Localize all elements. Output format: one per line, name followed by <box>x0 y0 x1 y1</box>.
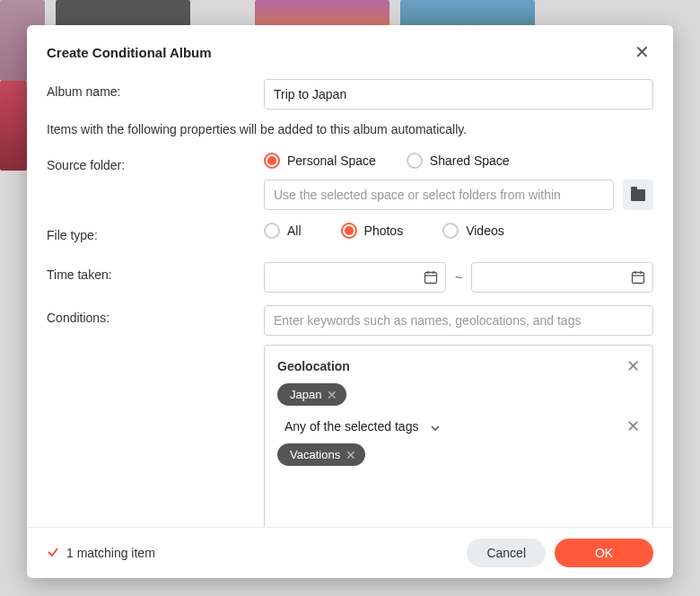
browse-folder-button[interactable] <box>623 180 653 210</box>
chevron-down-icon <box>431 419 440 434</box>
dialog-body: Album name: Items with the following pro… <box>27 63 673 527</box>
conditions-box: Geolocation ✕ Japan ✕ <box>264 345 653 527</box>
shared-space-radio[interactable]: Shared Space <box>407 153 510 169</box>
radio-selected-icon <box>264 153 280 169</box>
source-folder-input[interactable] <box>264 180 614 210</box>
file-type-label: File type: <box>47 223 264 242</box>
shared-space-label: Shared Space <box>430 153 510 168</box>
file-type-photos-radio[interactable]: Photos <box>341 223 404 239</box>
check-icon <box>47 546 59 561</box>
calendar-icon <box>631 270 645 285</box>
create-conditional-album-dialog: Create Conditional Album ✕ Album name: I… <box>27 25 673 578</box>
time-taken-row: Time taken: ~ <box>47 262 653 293</box>
space-radio-group: Personal Space Shared Space <box>264 153 653 169</box>
file-type-all-label: All <box>287 224 302 238</box>
file-type-all-radio[interactable]: All <box>264 223 302 239</box>
matching-status: 1 matching item <box>47 546 155 561</box>
time-to-input[interactable] <box>471 262 653 293</box>
condition-title: Geolocation <box>277 359 350 373</box>
bg-thumb <box>0 81 27 171</box>
dialog-header: Create Conditional Album ✕ <box>27 25 673 63</box>
condition-section-geolocation: Geolocation ✕ Japan ✕ <box>277 358 640 406</box>
file-type-photos-label: Photos <box>364 224 404 238</box>
condition-tag: Japan ✕ <box>277 383 346 406</box>
personal-space-radio[interactable]: Personal Space <box>264 153 376 169</box>
file-type-radio-group: All Photos Videos <box>264 223 653 239</box>
ok-button[interactable]: OK <box>555 539 653 567</box>
time-separator: ~ <box>455 270 462 285</box>
close-icon[interactable]: ✕ <box>631 41 653 63</box>
conditions-input[interactable] <box>264 305 653 336</box>
album-name-label: Album name: <box>47 79 264 99</box>
condition-section-tags: Any of the selected tags ✕ Vacations ✕ <box>277 418 640 466</box>
remove-condition-button[interactable]: ✕ <box>626 418 640 434</box>
file-type-videos-label: Videos <box>466 224 504 238</box>
calendar-icon <box>424 270 438 285</box>
tag-label: Japan <box>290 388 321 401</box>
info-text: Items with the following properties will… <box>47 122 653 136</box>
remove-tag-button[interactable]: ✕ <box>327 389 337 401</box>
folder-icon <box>631 189 645 201</box>
source-folder-row: Source folder: Personal Space Shared Spa… <box>47 153 653 210</box>
radio-unselected-icon <box>264 223 280 239</box>
tag-match-label: Any of the selected tags <box>284 419 418 434</box>
cancel-button[interactable]: Cancel <box>467 539 546 567</box>
remove-tag-button[interactable]: ✕ <box>346 449 356 461</box>
dialog-title: Create Conditional Album <box>47 45 212 60</box>
tag-match-selector[interactable]: Any of the selected tags <box>284 419 440 434</box>
file-type-videos-radio[interactable]: Videos <box>442 223 504 239</box>
radio-unselected-icon <box>407 153 423 169</box>
file-type-row: File type: All Photos Videos <box>47 223 653 250</box>
time-taken-label: Time taken: <box>47 262 264 282</box>
radio-selected-icon <box>341 223 357 239</box>
remove-condition-button[interactable]: ✕ <box>626 358 640 374</box>
svg-rect-0 <box>424 273 436 284</box>
matching-status-text: 1 matching item <box>66 546 155 560</box>
source-folder-label: Source folder: <box>47 153 264 172</box>
conditions-row: Conditions: Geolocation ✕ Japan ✕ <box>47 305 653 527</box>
album-name-input[interactable] <box>264 79 653 110</box>
personal-space-label: Personal Space <box>287 153 376 168</box>
svg-rect-4 <box>633 273 644 284</box>
radio-unselected-icon <box>442 223 459 239</box>
condition-tag: Vacations ✕ <box>277 443 365 466</box>
conditions-label: Conditions: <box>47 305 264 325</box>
time-from-input[interactable] <box>264 262 446 293</box>
dialog-footer: 1 matching item Cancel OK <box>27 527 673 578</box>
album-name-row: Album name: <box>47 79 653 110</box>
tag-label: Vacations <box>290 448 340 461</box>
